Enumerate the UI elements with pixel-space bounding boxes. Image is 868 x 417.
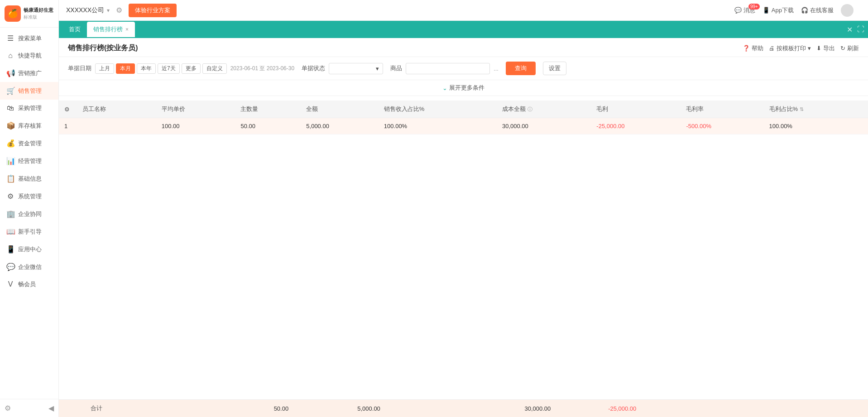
footer-amount: 5,000.00 — [357, 405, 441, 412]
cost-info-icon[interactable]: ⓘ — [528, 106, 532, 112]
nav-icon: ⚙ — [6, 192, 14, 201]
th-avg-price: 平均单价 — [156, 101, 235, 118]
topbar-right: 💬 消息 99+ 📱 App下载 🎧 在线客服 — [734, 4, 861, 17]
print-icon: 🖨 — [769, 45, 775, 52]
sidebar-item-采购管理[interactable]: 🛍采购管理 — [0, 100, 58, 117]
sidebar-item-畅会员[interactable]: V畅会员 — [0, 276, 58, 293]
print-button[interactable]: 🖨 按模板打印 ▾ — [769, 44, 811, 53]
avatar[interactable] — [841, 4, 854, 17]
sidebar-item-资金管理[interactable]: 💰资金管理 — [0, 134, 58, 152]
export-icon: ⬇ — [816, 45, 821, 52]
sidebar-item-系统管理[interactable]: ⚙系统管理 — [0, 187, 58, 205]
profit-pct-cell: 100.00% — [764, 118, 868, 134]
export-button[interactable]: ⬇ 导出 — [816, 44, 835, 53]
footer-total-label: 合计 — [91, 404, 190, 412]
profit-rate-cell: -500.00% — [681, 118, 763, 134]
maximize-icon[interactable]: ⛶ — [857, 25, 864, 34]
goods-input[interactable] — [406, 63, 490, 74]
collapse-icon[interactable]: ◀ — [48, 404, 54, 412]
data-table-container: ⚙ 员工名称 平均单价 主数量 全额 销售收入占比% 成本全额 ⓘ 毛利 毛利率 — [59, 96, 868, 399]
custom-date-btn[interactable]: 自定义 — [202, 63, 227, 74]
amount-cell: 5,000.00 — [301, 118, 379, 134]
tab-home[interactable]: 首页 — [62, 22, 87, 37]
page-actions: ❓ 帮助 🖨 按模板打印 ▾ ⬇ 导出 ↻ 刷新 — [743, 44, 859, 53]
table-header-row: ⚙ 员工名称 平均单价 主数量 全额 销售收入占比% 成本全额 ⓘ 毛利 毛利率 — [59, 101, 868, 118]
filter-bar: 单据日期 上月 本月 本年 近7天 更多 自定义 2023-06-01 至 20… — [59, 57, 868, 80]
sort-icon[interactable]: ⇅ — [800, 106, 804, 112]
chevron-down-icon: ▾ — [107, 7, 110, 14]
mobile-icon: 📱 — [762, 7, 770, 14]
table-row: 1 100.00 50.00 5,000.00 100.00% 30,000.0… — [59, 118, 868, 134]
goods-filter-label: 商品 — [390, 64, 402, 72]
th-profit-pct: 毛利占比% ⇅ — [764, 101, 868, 118]
nav-label: 搜索菜单 — [18, 34, 42, 43]
nav-label: 畅会员 — [18, 280, 36, 288]
expand-more-row: ⌄ 展开更多条件 — [59, 80, 868, 96]
date-filter-group: 单据日期 上月 本月 本年 近7天 更多 自定义 2023-06-01 至 20… — [68, 63, 294, 74]
goods-filter-group: 商品 ... — [390, 63, 499, 74]
main-area: XXXXXX公司 ▾ ⚙ 体验行业方案 💬 消息 99+ 📱 App下载 🎧 在… — [59, 0, 868, 417]
nav-icon: 📢 — [6, 69, 14, 77]
tab-label: 销售排行榜 — [93, 25, 123, 34]
tab-sales-ranking[interactable]: 销售排行榜 × — [87, 22, 135, 37]
settings-icon[interactable]: ⚙ — [5, 404, 11, 412]
avg-price-cell: 100.00 — [156, 118, 235, 134]
settings-button[interactable]: 设置 — [543, 62, 566, 75]
nav-icon: 📋 — [6, 174, 14, 183]
sidebar-item-快捷导航[interactable]: ⌂快捷导航 — [0, 47, 58, 64]
refresh-button[interactable]: ↻ 刷新 — [840, 44, 859, 53]
nav-label: 企业微信 — [18, 263, 42, 271]
table-body: 1 100.00 50.00 5,000.00 100.00% 30,000.0… — [59, 118, 868, 134]
rank-cell: 1 — [59, 118, 77, 134]
status-select[interactable]: ▾ — [329, 63, 383, 74]
online-service-button[interactable]: 🎧 在线客服 — [801, 6, 834, 14]
help-button[interactable]: ❓ 帮助 — [743, 44, 763, 53]
nav-label: 营销推广 — [18, 69, 42, 77]
sidebar-item-应用中心[interactable]: 📱应用中心 — [0, 240, 58, 258]
sidebar-item-营销推广[interactable]: 📢营销推广 — [0, 64, 58, 82]
headset-icon: 🎧 — [801, 7, 808, 14]
app-download-button[interactable]: 📱 App下载 — [762, 6, 794, 14]
settings-icon[interactable]: ⚙ — [116, 6, 122, 14]
curr-month-btn[interactable]: 本月 — [116, 63, 135, 74]
more-date-btn[interactable]: 更多 — [182, 63, 201, 74]
expand-conditions-button[interactable]: ⌄ 展开更多条件 — [442, 84, 484, 92]
sales-pct-cell: 100.00% — [379, 118, 497, 134]
home-tab-label: 首页 — [69, 25, 81, 34]
close-window-icon[interactable]: ✕ — [847, 25, 853, 34]
name-cell — [77, 118, 156, 134]
status-filter-label: 单据状态 — [302, 64, 325, 72]
company-selector[interactable]: XXXXXX公司 ▾ — [66, 6, 110, 14]
sidebar-item-企业微信[interactable]: 💬企业微信 — [0, 258, 58, 276]
sidebar-item-经营管理[interactable]: 📊经营管理 — [0, 152, 58, 170]
prev-month-btn[interactable]: 上月 — [95, 63, 114, 74]
nav-icon: 📱 — [6, 245, 14, 254]
curr-year-btn[interactable]: 本年 — [137, 63, 156, 74]
nav-icon: 🏢 — [6, 210, 14, 218]
sidebar-item-库存核算[interactable]: 📦库存核算 — [0, 117, 58, 134]
sidebar-item-搜索菜单[interactable]: ☰搜索菜单 — [0, 29, 58, 47]
nav-label: 经营管理 — [18, 157, 42, 165]
sidebar-nav: ☰搜索菜单⌂快捷导航📢营销推广🛒销售管理🛍采购管理📦库存核算💰资金管理📊经营管理… — [0, 28, 58, 399]
query-button[interactable]: 查询 — [506, 62, 536, 75]
trial-button[interactable]: 体验行业方案 — [129, 4, 177, 17]
sidebar-item-销售管理[interactable]: 🛒销售管理 — [0, 82, 58, 100]
th-profit: 毛利 — [591, 101, 681, 118]
goods-more-icon[interactable]: ... — [494, 65, 499, 72]
message-badge: 99+ — [748, 4, 760, 10]
column-settings-icon[interactable]: ⚙ — [64, 106, 70, 113]
7days-btn[interactable]: 近7天 — [158, 63, 180, 74]
nav-label: 库存核算 — [18, 122, 42, 130]
message-icon: 💬 — [734, 7, 742, 14]
tab-close-icon[interactable]: × — [125, 26, 129, 33]
nav-label: 新手引导 — [18, 228, 42, 236]
table-footer: 合计 50.00 5,000.00 30,000.00 -25,000.00 — [59, 399, 868, 417]
help-icon: ❓ — [743, 45, 750, 52]
sidebar-item-新手引导[interactable]: 📖新手引导 — [0, 223, 58, 240]
sidebar-item-企业协同[interactable]: 🏢企业协同 — [0, 205, 58, 223]
sidebar-item-基础信息[interactable]: 📋基础信息 — [0, 170, 58, 187]
logo-icon: 🍊 — [5, 5, 21, 22]
message-button[interactable]: 💬 消息 99+ — [734, 6, 755, 14]
nav-icon: 📊 — [6, 157, 14, 165]
nav-icon: V — [6, 280, 14, 288]
